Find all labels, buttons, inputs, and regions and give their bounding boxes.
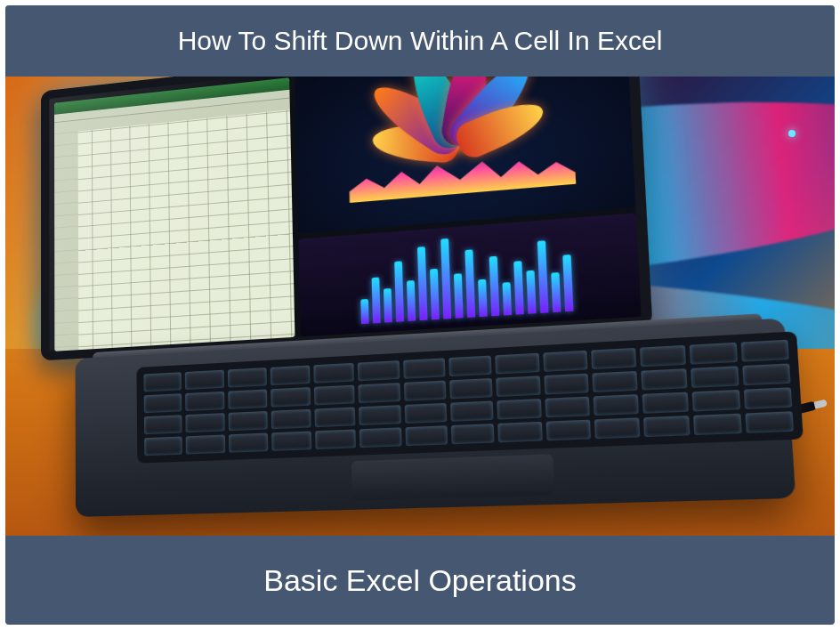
chart-bar	[371, 277, 380, 323]
key	[144, 415, 182, 434]
tutorial-card: How To Shift Down Within A Cell In Excel	[0, 0, 840, 630]
key	[404, 403, 447, 424]
chart-bar	[562, 254, 573, 312]
key	[545, 397, 590, 418]
key	[543, 351, 587, 372]
page-title: How To Shift Down Within A Cell In Excel	[178, 26, 663, 56]
key	[448, 356, 492, 377]
bar-chart-panel	[298, 213, 642, 337]
spreadsheet-panel	[54, 77, 295, 351]
flower-visual	[327, 77, 600, 215]
key	[359, 427, 401, 448]
key	[497, 399, 542, 420]
key	[314, 385, 355, 406]
key	[404, 381, 447, 401]
key	[740, 340, 788, 362]
key	[743, 387, 792, 409]
chart-bar	[551, 272, 561, 312]
category-banner: Basic Excel Operations	[5, 536, 835, 625]
key	[229, 433, 269, 453]
key	[359, 383, 400, 403]
category-label: Basic Excel Operations	[263, 563, 577, 598]
key	[315, 407, 356, 427]
chart-bar	[394, 262, 404, 322]
laptop	[41, 77, 796, 518]
key	[643, 416, 691, 437]
key	[545, 420, 591, 441]
trackpad	[351, 454, 554, 500]
chart-bar	[407, 280, 416, 321]
key	[271, 409, 311, 430]
key	[228, 411, 268, 431]
key	[544, 374, 589, 395]
key	[694, 414, 742, 435]
chart-bar	[384, 288, 392, 322]
laptop-screen	[41, 77, 652, 360]
chart-bar	[430, 269, 440, 319]
abstract-art-panel	[295, 77, 636, 233]
key	[271, 432, 311, 451]
spreadsheet-grid	[54, 99, 295, 351]
key	[593, 394, 639, 416]
key	[640, 345, 686, 367]
chart-bar	[502, 282, 512, 315]
key	[691, 366, 739, 388]
key	[641, 368, 688, 390]
key	[227, 368, 266, 388]
key	[692, 390, 740, 411]
chart-bar	[464, 249, 475, 318]
waveform-icon	[349, 144, 577, 203]
key	[358, 360, 400, 381]
key	[745, 411, 794, 433]
chart-bar	[478, 279, 488, 317]
key	[228, 390, 267, 409]
key	[143, 372, 182, 392]
key	[186, 413, 225, 432]
hero-illustration	[5, 77, 835, 536]
key	[642, 392, 690, 414]
key	[405, 425, 448, 446]
chart-bar	[489, 256, 499, 316]
key	[144, 393, 182, 413]
chart-bar	[454, 274, 464, 319]
chart-bar	[440, 238, 451, 319]
key	[449, 378, 493, 399]
key	[359, 405, 401, 425]
key	[591, 348, 636, 369]
card-inner: How To Shift Down Within A Cell In Excel	[5, 5, 835, 625]
key	[496, 353, 540, 375]
key	[144, 436, 182, 456]
key	[497, 376, 541, 397]
key	[313, 363, 354, 384]
chart-bar	[537, 240, 549, 312]
key	[185, 370, 224, 390]
key	[498, 422, 543, 442]
key	[592, 371, 638, 392]
key	[271, 387, 311, 408]
sparkle-icon	[788, 130, 796, 137]
chart-bar	[417, 246, 428, 320]
key	[185, 392, 224, 411]
key	[742, 363, 791, 385]
key	[690, 343, 737, 365]
key	[451, 424, 495, 444]
chart-bar	[526, 271, 536, 314]
chart-bar	[360, 299, 368, 325]
key	[450, 400, 494, 421]
keyboard	[136, 331, 803, 463]
key	[186, 435, 225, 455]
key	[403, 358, 446, 378]
chart-bar	[513, 261, 524, 314]
title-banner: How To Shift Down Within A Cell In Excel	[5, 5, 835, 77]
key	[315, 429, 356, 449]
key	[271, 366, 311, 386]
key	[594, 417, 641, 439]
